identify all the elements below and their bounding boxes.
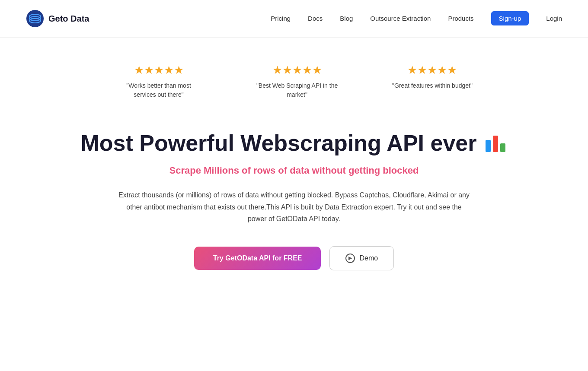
logo-link[interactable]: Geto Data — [26, 10, 89, 28]
hero-title: Most Powerful Webscraping API ever — [81, 130, 508, 156]
cta-buttons: Try GetOData API for FREE ▶ Demo — [194, 246, 394, 270]
nav-login[interactable]: Login — [546, 15, 562, 22]
review-text-2: "Best Web Scraping API in the market" — [254, 81, 340, 99]
hero-subtitle: Scrape Millions of rows of data without … — [169, 165, 419, 176]
demo-label: Demo — [359, 254, 378, 262]
nav-docs[interactable]: Docs — [308, 15, 323, 22]
svg-rect-5 — [493, 136, 498, 152]
stars-1: ★★★★★ — [134, 63, 184, 77]
review-card-3: ★★★★★ "Great features within budget" — [392, 63, 473, 99]
logo-text: Geto Data — [48, 14, 89, 24]
review-text-3: "Great features within budget" — [392, 81, 473, 90]
stars-2: ★★★★★ — [272, 63, 322, 77]
stars-3: ★★★★★ — [407, 63, 457, 77]
cta-primary-button[interactable]: Try GetOData API for FREE — [194, 247, 321, 270]
play-icon: ▶ — [345, 254, 355, 263]
reviews-section: ★★★★★ "Works better than most services o… — [0, 38, 588, 117]
review-card-2: ★★★★★ "Best Web Scraping API in the mark… — [254, 63, 340, 99]
review-card-1: ★★★★★ "Works better than most services o… — [115, 63, 202, 99]
nav-products[interactable]: Products — [448, 15, 473, 22]
svg-rect-6 — [500, 143, 505, 152]
hero-title-text: Most Powerful Webscraping API ever — [81, 130, 477, 156]
navbar: Geto Data Pricing Docs Blog Outsource Ex… — [0, 0, 588, 38]
nav-pricing[interactable]: Pricing — [271, 15, 291, 22]
svg-rect-4 — [486, 140, 491, 152]
hero-section: Most Powerful Webscraping API ever Scrap… — [0, 117, 588, 296]
cta-demo-button[interactable]: ▶ Demo — [329, 246, 394, 270]
hero-description: Extract thousands (or millions) of rows … — [117, 189, 471, 225]
bar-chart-icon — [484, 131, 508, 155]
review-text-1: "Works better than most services out the… — [115, 81, 202, 99]
logo-icon — [26, 10, 44, 28]
nav-signup[interactable]: Sign-up — [491, 11, 529, 25]
nav-outsource[interactable]: Outsource Extraction — [370, 15, 431, 22]
nav-blog[interactable]: Blog — [340, 15, 353, 22]
nav-links: Pricing Docs Blog Outsource Extraction P… — [271, 15, 562, 22]
